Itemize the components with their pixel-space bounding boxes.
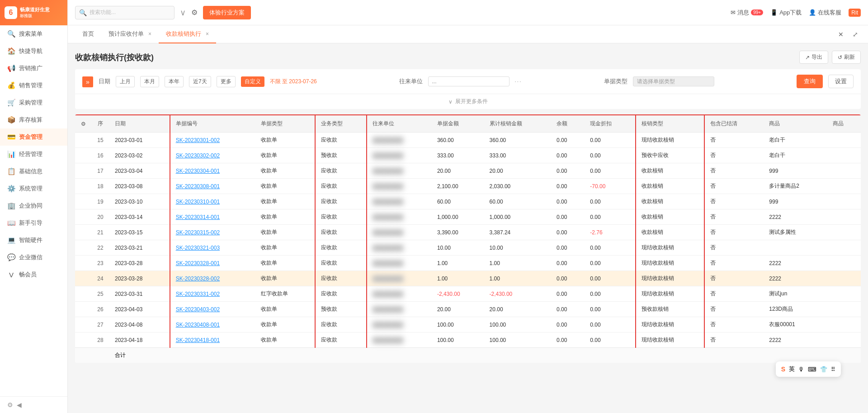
sidebar-item-sales[interactable]: 💰 销售管理: [0, 77, 67, 94]
table-cell[interactable]: SK-20230304-001: [170, 163, 255, 179]
app-logo-text: 畅康道好生意 标推版: [20, 6, 50, 19]
filter-more-date[interactable]: 更多: [217, 76, 236, 87]
sidebar-item-wechat[interactable]: 💬 企业微信: [0, 249, 67, 266]
refresh-icon: ↺: [838, 54, 842, 61]
setting-button[interactable]: 设置: [828, 75, 854, 88]
system-icon: ⚙️: [7, 185, 15, 193]
filter-custom-date[interactable]: 自定义: [241, 76, 264, 87]
user-avatar[interactable]: Rit: [849, 9, 861, 17]
hardware-icon: 💻: [7, 236, 15, 244]
float-mic-icon[interactable]: 🎙: [798, 366, 804, 373]
filter-expand-more-row[interactable]: ∨ 展开更多条件: [75, 94, 861, 109]
table-cell: 2023-03-01: [109, 133, 170, 148]
tab-maximize-button[interactable]: ⤢: [850, 29, 861, 40]
partner-input[interactable]: [428, 76, 509, 86]
topbar-dropdown-icon[interactable]: ∨: [180, 8, 186, 18]
settings-icon[interactable]: ⚙: [7, 401, 13, 408]
sidebar-item-finance[interactable]: 💳 资金管理: [0, 128, 67, 146]
page-title: 收款核销执行(按收款): [75, 52, 154, 63]
sidebar-item-quick-nav[interactable]: 🏠 快捷导航: [0, 43, 67, 60]
col-biztype-header: 业务类型: [315, 115, 367, 133]
table-cell: 2023-03-04: [109, 163, 170, 179]
app-download-action[interactable]: 📱 App下载: [770, 9, 802, 17]
table-cell: 现结收款核销: [636, 286, 704, 302]
sidebar-item-search[interactable]: 🔍 搜索菜单: [0, 25, 67, 43]
sidebar-item-vip[interactable]: V 畅会员: [0, 266, 67, 283]
tab-collection-execution[interactable]: 收款核销执行 ×: [159, 25, 216, 43]
tab-home[interactable]: 首页: [75, 25, 101, 43]
doc-type-select[interactable]: 请选择单据类型: [633, 76, 714, 86]
query-button[interactable]: 查询: [797, 75, 823, 88]
table-cell: 应收款: [315, 133, 367, 148]
tab-close-button[interactable]: ✕: [835, 29, 846, 40]
table-row: 162023-03-02SK-20230302-002收款单预收款███████…: [75, 148, 861, 163]
topbar: 🔍 搜索功能... ∨ ⚙ 体验行业方案 ✉ 消息 99+ 📱 App下载 👤 …: [68, 0, 868, 25]
table-cell: 否: [704, 256, 764, 271]
float-shirt-icon[interactable]: 👕: [820, 366, 827, 373]
topbar-gear-icon[interactable]: ⚙: [191, 8, 198, 17]
sidebar-item-guide[interactable]: 📖 新手引导: [0, 214, 67, 232]
sidebar-item-business[interactable]: 📊 经营管理: [0, 146, 67, 163]
table-cell: 2222: [764, 209, 827, 225]
filter-last-month[interactable]: 上月: [116, 76, 135, 87]
table-cell[interactable]: SK-20230315-002: [170, 225, 255, 240]
filter-this-year[interactable]: 本年: [165, 76, 184, 87]
table-cell: 否: [704, 317, 764, 332]
sidebar-item-corp[interactable]: 🏢 企业协同: [0, 197, 67, 214]
table-cell: 0.00: [551, 302, 585, 317]
table-cell: [75, 256, 91, 271]
table-cell: 20.00: [432, 163, 484, 179]
table-cell: 预收中应收: [636, 148, 704, 163]
sidebar-item-inventory[interactable]: 📦 库存核算: [0, 111, 67, 128]
tab-close-pending[interactable]: ×: [148, 31, 151, 37]
table-cell: [75, 302, 91, 317]
table-cell: 1.00: [484, 271, 552, 286]
table-cell: 0.00: [551, 209, 585, 225]
col-docno-header: 单据编号: [170, 115, 255, 133]
table-cell[interactable]: SK-20230308-001: [170, 179, 255, 194]
vip-icon: V: [7, 271, 15, 279]
sidebar-item-purchase[interactable]: 🛒 采购管理: [0, 94, 67, 111]
messages-action[interactable]: ✉ 消息 99+: [731, 9, 763, 17]
table-cell: [75, 317, 91, 332]
table-cell[interactable]: SK-20230321-003: [170, 240, 255, 256]
col-verifytype-header: 核销类型: [636, 115, 704, 133]
table-cell: 现结收款核销: [636, 133, 704, 148]
table-cell: 0.00: [551, 133, 585, 148]
collapse-icon[interactable]: ◀: [17, 401, 22, 408]
sidebar-item-marketing[interactable]: 📢 营销推广: [0, 60, 67, 77]
export-button[interactable]: ↗ 导出: [799, 51, 828, 64]
table-cell: 0.00: [551, 194, 585, 209]
tab-pending-payment[interactable]: 预计应收付单 ×: [101, 25, 159, 43]
float-grid-icon[interactable]: ⠿: [831, 366, 835, 373]
table-cell[interactable]: SK-20230310-001: [170, 194, 255, 209]
table-cell[interactable]: SK-20230301-002: [170, 133, 255, 148]
table-cell[interactable]: SK-20230408-001: [170, 317, 255, 332]
table-cell: 现结收款核销: [636, 256, 704, 271]
table-row: 232023-03-28SK-20230328-001收款单应收款███████…: [75, 256, 861, 271]
online-support-action[interactable]: 👤 在线客服: [809, 9, 841, 17]
table-cell[interactable]: SK-20230418-001: [170, 332, 255, 348]
sidebar-item-hardware[interactable]: 💻 智能硬件: [0, 232, 67, 249]
table-cell[interactable]: SK-20230328-001: [170, 256, 255, 271]
table-cell: 收款单: [255, 256, 315, 271]
sidebar-item-system[interactable]: ⚙️ 系统管理: [0, 180, 67, 197]
table-cell: [827, 148, 861, 163]
table-cell[interactable]: SK-20230302-002: [170, 148, 255, 163]
sidebar-item-basic[interactable]: 📋 基础信息: [0, 163, 67, 180]
table-cell[interactable]: SK-20230403-002: [170, 302, 255, 317]
filter-expand-button[interactable]: »: [82, 76, 93, 87]
filter-last-7-days[interactable]: 近7天: [189, 76, 211, 87]
col-gear-header[interactable]: ⚙: [75, 115, 91, 133]
table-row: 242023-03-28SK-20230328-002收款单应收款███████…: [75, 271, 861, 286]
table-cell[interactable]: SK-20230314-001: [170, 209, 255, 225]
table-row: 282023-04-18SK-20230418-001收款单应收款███████…: [75, 332, 861, 348]
tab-close-collection[interactable]: ×: [206, 31, 209, 37]
table-cell[interactable]: SK-20230331-002: [170, 286, 255, 302]
filter-this-month[interactable]: 本月: [140, 76, 159, 87]
float-keyboard-icon[interactable]: ⌨: [808, 366, 816, 373]
table-cell[interactable]: SK-20230328-002: [170, 271, 255, 286]
refresh-button[interactable]: ↺ 刷新: [832, 51, 861, 64]
table-cell: [827, 240, 861, 256]
industry-solution-button[interactable]: 体验行业方案: [203, 6, 251, 19]
